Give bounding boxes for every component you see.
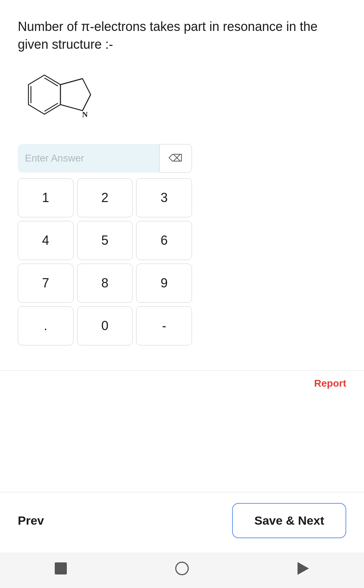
svg-marker-0 [28,75,60,114]
numpad-key-0[interactable]: 0 [77,306,133,345]
numpad-key-5[interactable]: 5 [77,221,133,260]
numpad-key-6[interactable]: 6 [136,221,192,260]
numpad-key-7[interactable]: 7 [18,264,74,303]
back-triangle-icon[interactable] [294,560,312,577]
save-next-button[interactable]: Save & Next [232,503,346,538]
report-row: Report [0,371,364,389]
numpad-key-minus[interactable]: - [136,306,192,345]
home-circle-icon[interactable] [173,560,191,577]
svg-line-5 [60,79,82,85]
answer-input[interactable] [18,144,159,173]
answer-section: ⌫ 123456789.0- [18,144,346,345]
answer-input-row: ⌫ [18,144,192,173]
numpad: 123456789.0- [18,178,192,345]
report-button[interactable]: Report [314,378,346,389]
backspace-button[interactable]: ⌫ [159,144,192,173]
system-navigation-bar [0,552,364,588]
numpad-key-2[interactable]: 2 [77,178,133,217]
numpad-key-9[interactable]: 9 [136,264,192,303]
numpad-key-4[interactable]: 4 [18,221,74,260]
home-square-icon[interactable] [52,560,70,577]
svg-line-6 [82,95,91,111]
svg-text:N: N [82,110,88,119]
numpad-key-dot[interactable]: . [18,306,74,345]
bottom-navigation: Prev Save & Next [0,492,364,552]
numpad-key-8[interactable]: 8 [77,264,133,303]
molecule-image: N [18,68,96,126]
numpad-key-3[interactable]: 3 [136,178,192,217]
numpad-key-1[interactable]: 1 [18,178,74,217]
question-text: Number of π-electrons takes part in reso… [18,18,346,54]
prev-button[interactable]: Prev [18,514,44,528]
